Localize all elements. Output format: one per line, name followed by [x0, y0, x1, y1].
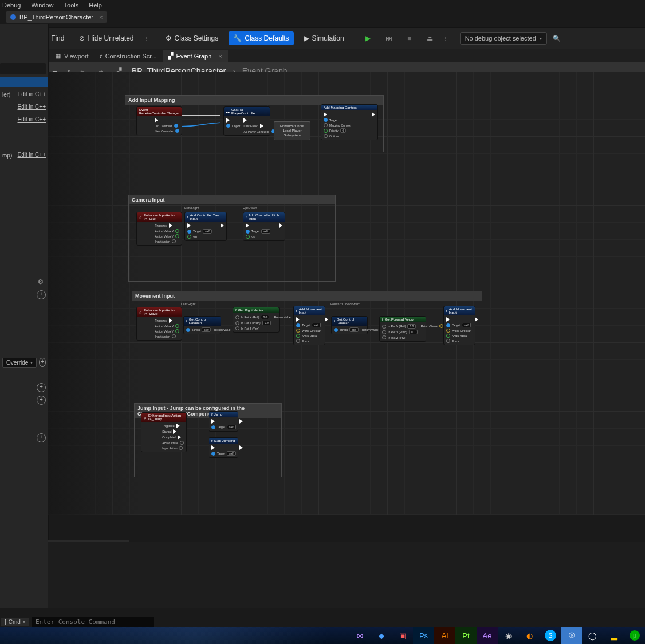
node-add-move-1[interactable]: fAdd Movement Input TargetselfWorld Dire… — [293, 306, 325, 345]
node-add-pitch[interactable]: fAdd Controller Pitch Input TargetselfVa… — [243, 212, 285, 241]
menu-window[interactable]: Window — [31, 2, 53, 9]
taskbar-ai-icon[interactable]: Ai — [434, 627, 455, 644]
close-icon[interactable]: × — [218, 53, 222, 60]
tab-viewport[interactable]: ▦Viewport — [49, 50, 95, 62]
sub-fwdback: Forward / Backward — [330, 302, 360, 306]
row-mp: mp) — [0, 151, 14, 160]
node-cast-to-pc[interactable]: ▸▸Cast To PlayerController Object Cast F… — [223, 106, 270, 136]
func-icon: f — [100, 53, 102, 60]
debug-object-select[interactable]: No debug object selected▾ — [460, 32, 547, 45]
class-defaults-button[interactable]: 🔧Class Defaults — [229, 31, 293, 45]
blueprint-icon — [10, 14, 16, 20]
taskbar-blender-icon[interactable]: ◐ — [519, 627, 540, 644]
left-panel: ler)Edit in C++ Edit in C++ Edit in C++ … — [0, 24, 49, 608]
node-get-right[interactable]: fGet Right Vector In Rot X (Roll)0.0In R… — [233, 307, 280, 333]
edit-cpp-link[interactable]: Edit in C++ — [18, 89, 48, 100]
add-icon-3[interactable]: + — [37, 383, 46, 392]
stop-button[interactable]: ■ — [402, 31, 417, 46]
node-eia-look[interactable]: ◇EnhancedInputAction IA_Look Triggered A… — [136, 212, 182, 246]
node-add-yaw[interactable]: fAdd Controller Yaw Input TargetselfVal — [184, 212, 227, 241]
sub-left-right: Left/Right — [184, 206, 199, 210]
node-add-move-2[interactable]: fAdd Movement Input TargetselfWorld Dire… — [443, 306, 475, 345]
taskbar-vscode-icon[interactable]: ◆ — [371, 627, 392, 644]
wrench-icon: 🔧 — [233, 34, 242, 42]
sim-icon: ▶ — [304, 34, 309, 42]
taskbar-ae-icon[interactable]: Ae — [477, 627, 498, 644]
windows-taskbar[interactable]: ⋈ ◆ ▣ Ps Ai Pt Ae ◉ ◐ S ⦾ ◯ ▂ µ — [0, 627, 645, 644]
node-jump[interactable]: fJump Targetself — [209, 411, 238, 432]
tab-construction[interactable]: fConstruction Scr... — [95, 50, 163, 62]
node-get-ctrl-rot-1[interactable]: fGet Control Rotation TargetselfReturn V… — [183, 316, 221, 334]
tab-event-graph[interactable]: ▞Event Graph× — [163, 50, 228, 62]
grid-icon: ▦ — [55, 52, 61, 60]
taskbar-vs-icon[interactable]: ⋈ — [349, 627, 371, 644]
taskbar-pt-icon[interactable]: Pt — [455, 627, 477, 644]
graph-icon: ▞ — [168, 52, 173, 60]
graph-canvas[interactable]: Add Input Mapping Event ReceiveControlle… — [48, 72, 645, 515]
toolbar: iff▾ 🔍Find ⊘Hide Unrelated ⋮ ⚙Class Sett… — [0, 27, 645, 49]
add-icon-2[interactable]: + — [39, 358, 46, 367]
subsystem-note: Enhanced Input Local Player Subsystem — [274, 121, 310, 140]
node-get-fwd[interactable]: fGet Forward Vector In Rot X (Roll)0.0In… — [379, 316, 426, 342]
add-icon[interactable]: + — [37, 290, 46, 299]
taskbar-figma-icon[interactable]: ▣ — [392, 627, 413, 644]
main-menu[interactable]: Debug Window Tools Help — [0, 0, 645, 10]
gear-icon: ⚙ — [166, 34, 172, 42]
menu-help[interactable]: Help — [89, 2, 102, 9]
sub-up-down: Up/Down — [243, 206, 257, 210]
taskbar-obs-icon[interactable]: ◉ — [498, 627, 519, 644]
start-button[interactable] — [0, 627, 23, 644]
console-input[interactable] — [32, 617, 154, 627]
sub-leftright2: Left/Right — [181, 302, 196, 306]
console-bar: ]Cmd▾ — [0, 617, 645, 627]
taskbar-utorrent-icon[interactable]: µ — [630, 630, 640, 641]
taskbar-chrome-icon[interactable]: ◯ — [582, 627, 603, 644]
taskbar-unreal-icon[interactable]: ⦾ — [561, 627, 582, 644]
taskbar-explorer-icon[interactable]: ▂ — [603, 627, 624, 644]
node-eia-jump[interactable]: ◇EnhancedInputAction IA_Jump Triggered S… — [141, 412, 187, 452]
edit-cpp-link-2[interactable]: Edit in C++ — [18, 102, 48, 112]
node-stop-jump[interactable]: fStop Jumping Targetself — [209, 437, 238, 458]
node-eia-move[interactable]: ◇EnhancedInputAction IA_Move Triggered A… — [136, 307, 182, 341]
node-get-ctrl-rot-2[interactable]: fGet Control Rotation TargetselfReturn V… — [331, 316, 368, 334]
doc-tab-bp[interactable]: BP_ThirdPersonCharacter × — [6, 11, 107, 23]
more-icon[interactable]: ⋮ — [144, 36, 149, 41]
doc-tab-label: BP_ThirdPersonCharacter — [19, 14, 93, 21]
class-settings-button[interactable]: ⚙Class Settings — [161, 31, 223, 45]
editor-tabs: ▦Viewport fConstruction Scr... ▞Event Gr… — [0, 49, 645, 62]
debug-find-icon[interactable]: 🔍 — [553, 35, 561, 42]
override-button[interactable]: Override▾ — [2, 358, 37, 368]
search-input[interactable] — [0, 63, 46, 74]
gear-icon[interactable]: ⚙ — [38, 278, 46, 286]
add-icon-5[interactable]: + — [37, 433, 46, 442]
menu-tools[interactable]: Tools — [64, 2, 79, 9]
document-tab-bar: BP_ThirdPersonCharacter × — [0, 10, 645, 24]
eject-button[interactable]: ⏏ — [423, 31, 438, 46]
edit-cpp-link-4[interactable]: Edit in C++ — [18, 150, 48, 160]
play-more-icon[interactable]: ⋮ — [443, 36, 448, 41]
row-ler: ler) — [0, 90, 13, 99]
hide-unrelated-button[interactable]: ⊘Hide Unrelated — [74, 31, 138, 45]
add-icon-4[interactable]: + — [37, 396, 46, 405]
selected-row[interactable] — [0, 77, 48, 87]
taskbar-skype-icon[interactable]: S — [545, 630, 556, 641]
simulation-button[interactable]: ▶Simulation — [300, 31, 349, 45]
node-receive-controller-changed[interactable]: Event ReceiveControllerChanged Old Contr… — [136, 106, 182, 135]
taskbar-ps-icon[interactable]: Ps — [413, 627, 434, 644]
cmd-label[interactable]: ]Cmd▾ — [1, 618, 29, 626]
menu-debug[interactable]: Debug — [2, 2, 21, 9]
node-add-mapping-context[interactable]: Add Mapping Context TargetMapping Contex… — [321, 104, 378, 140]
play-button[interactable]: ▶ — [361, 31, 376, 46]
filter-icon: ⊘ — [79, 34, 85, 42]
compiler-results-panel[interactable] — [48, 542, 645, 608]
close-icon[interactable]: × — [99, 14, 103, 21]
edit-cpp-link-3[interactable]: Edit in C++ — [18, 114, 48, 125]
step-button[interactable]: ⏭ — [382, 31, 396, 46]
